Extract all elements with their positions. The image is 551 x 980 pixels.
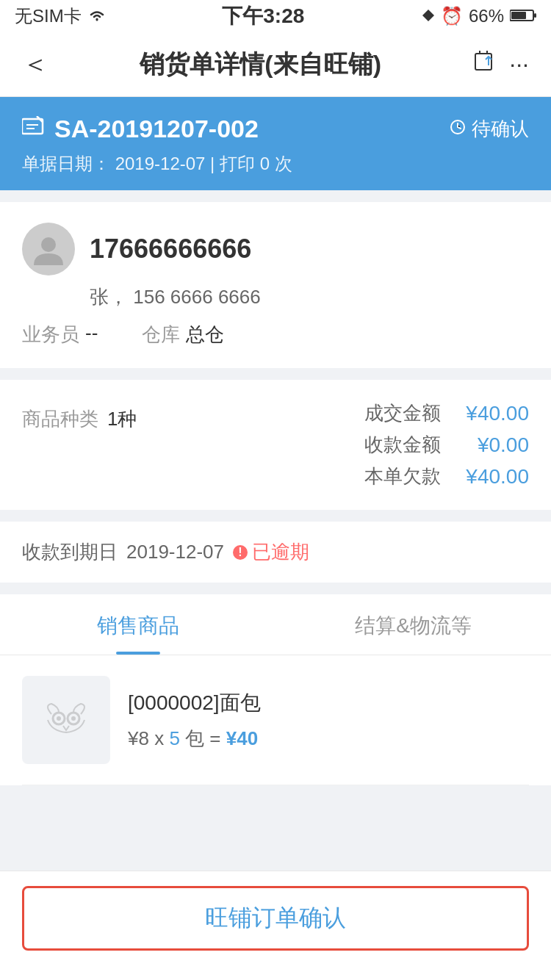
location-icon (422, 6, 435, 26)
bottom-button-container: 旺铺订单确认 (0, 871, 551, 980)
summary-section: 商品种类 1种 成交金额 ¥40.00 收款金额 ¥0.00 本单欠款 ¥40.… (0, 380, 551, 510)
confirm-order-button[interactable]: 旺铺订单确认 (22, 886, 529, 951)
customer-section: 17666666666 张， 156 6666 6666 业务员 -- 仓库 总… (0, 202, 551, 368)
deal-amount-row: 成交金额 ¥40.00 (364, 400, 529, 426)
order-date: 单据日期： 2019-12-07 | 打印 0 次 (22, 152, 529, 176)
svg-rect-6 (22, 119, 43, 134)
tab-products[interactable]: 销售商品 (0, 594, 276, 655)
status-bar: 无SIM卡 下午3:28 ⏰ 66% (0, 0, 551, 32)
header-top: SA-20191207-002 待确认 (22, 115, 529, 143)
due-date-section: 收款到期日 2019-12-07 ! 已逾期 (0, 522, 551, 583)
order-icon (22, 116, 46, 142)
svg-point-12 (71, 716, 76, 721)
product-info: [0000002]面包 ¥8 x 5 包 = ¥40 (128, 689, 529, 752)
svg-rect-2 (511, 12, 526, 19)
salesman-info: 业务员 -- (22, 322, 98, 347)
status-right: ⏰ 66% (422, 6, 536, 26)
due-date-label: 收款到期日 (22, 539, 118, 565)
svg-point-8 (41, 237, 56, 252)
product-thumbnail (22, 676, 110, 764)
product-price: ¥8 x 5 包 = ¥40 (128, 726, 529, 752)
tabs-header: 销售商品 结算&物流等 (0, 594, 551, 655)
page-title: 销货单详情(来自旺铺) (140, 48, 381, 82)
customer-phone: 17666666666 (90, 234, 251, 264)
avatar (22, 223, 75, 275)
status-left: 无SIM卡 (15, 4, 105, 28)
svg-rect-3 (534, 13, 536, 18)
tab-settlement[interactable]: 结算&物流等 (276, 594, 551, 655)
product-type: 商品种类 1种 (22, 400, 137, 432)
status-time: 下午3:28 (222, 2, 304, 30)
receipt-amount-row: 收款金额 ¥0.00 (364, 432, 529, 458)
order-status: 待确认 (450, 116, 529, 142)
order-header-card: SA-20191207-002 待确认 单据日期： 2019-12-07 | 打… (0, 97, 551, 190)
product-name: [0000002]面包 (128, 689, 529, 717)
battery-icon (510, 6, 536, 26)
carrier-label: 无SIM卡 (15, 4, 82, 28)
svg-point-11 (57, 716, 61, 721)
overdue-text: 已逾期 (252, 539, 309, 565)
nav-bar: ＜ 销货单详情(来自旺铺) ··· (0, 32, 551, 97)
status-text: 待确认 (472, 116, 529, 142)
amounts: 成交金额 ¥40.00 收款金额 ¥0.00 本单欠款 ¥40.00 (364, 400, 529, 489)
product-item: [0000002]面包 ¥8 x 5 包 = ¥40 (22, 655, 529, 785)
more-icon[interactable]: ··· (509, 51, 529, 78)
customer-name: 张， 156 6666 6666 (22, 284, 529, 310)
clock-icon (450, 118, 466, 140)
share-icon[interactable] (472, 51, 494, 79)
customer-meta: 业务员 -- 仓库 总仓 (22, 322, 529, 347)
debt-amount-row: 本单欠款 ¥40.00 (364, 464, 529, 489)
back-button[interactable]: ＜ (22, 46, 48, 82)
overdue-icon: ! (233, 545, 248, 560)
nav-actions: ··· (472, 51, 529, 79)
alarm-icon: ⏰ (441, 6, 463, 26)
product-list: [0000002]面包 ¥8 x 5 包 = ¥40 (0, 655, 551, 785)
wifi-icon (89, 6, 105, 26)
customer-header: 17666666666 (22, 223, 529, 275)
order-number: SA-20191207-002 (54, 115, 259, 143)
overdue-badge: ! 已逾期 (233, 539, 309, 565)
due-date-value: 2019-12-07 (126, 541, 224, 563)
battery-label: 66% (469, 6, 504, 26)
warehouse-info: 仓库 总仓 (142, 322, 224, 347)
tabs-section: 销售商品 结算&物流等 [0000002 (0, 594, 551, 785)
svg-point-0 (96, 19, 98, 21)
